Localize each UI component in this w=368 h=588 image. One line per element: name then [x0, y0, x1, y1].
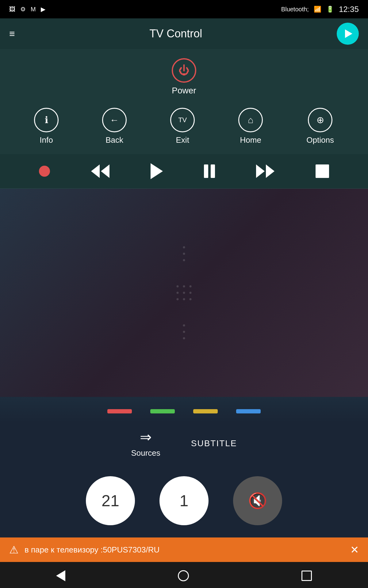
exit-button[interactable]: TV Exit — [170, 108, 195, 145]
number-21-button[interactable]: 21 — [86, 476, 135, 525]
play-media-button[interactable] — [151, 163, 163, 179]
status-left-icons: 🖼 ⚙ M ▶ — [9, 6, 276, 13]
color-buttons — [0, 397, 368, 423]
info-icon-circle: ℹ — [34, 108, 59, 132]
options-button[interactable]: ⊕ Options — [306, 108, 334, 145]
fast-forward-icon-2 — [266, 164, 274, 178]
yellow-button[interactable] — [193, 409, 218, 413]
media-controls — [0, 154, 368, 189]
number-row: 21 1 🔇 — [0, 467, 368, 537]
power-icon: ⏻ — [178, 65, 190, 76]
sources-label: Sources — [131, 448, 160, 458]
wifi-icon: 📶 — [314, 6, 321, 13]
back-button[interactable]: ← Back — [102, 108, 127, 145]
info-icon: ℹ — [45, 115, 48, 125]
app-title: TV Control — [15, 27, 337, 40]
fast-forward-icon-1 — [256, 164, 265, 178]
exit-label: Exit — [176, 135, 189, 145]
options-icon-circle: ⊕ — [308, 108, 332, 132]
back-icon-circle: ← — [102, 108, 127, 132]
number-1-label: 1 — [180, 492, 189, 510]
play-media-icon — [151, 163, 163, 179]
status-bar: 🖼 ⚙ M ▶ Bluetooth; 📶 🔋 12:35 — [0, 0, 368, 18]
record-icon — [39, 166, 50, 177]
warning-text: в паре к телевизору :50PUS7303/RU — [25, 545, 344, 555]
sources-button[interactable]: ⇒ Sources — [131, 429, 160, 458]
exit-icon-circle: TV — [170, 108, 195, 132]
back-label: Back — [105, 135, 123, 145]
play-button[interactable] — [337, 23, 359, 45]
home-icon-circle: ⌂ — [238, 108, 263, 132]
power-button[interactable]: ⏻ — [172, 58, 196, 83]
control-row: ℹ Info ← Back TV Exit ⌂ Home ⊕ Options — [0, 102, 368, 154]
warning-close-button[interactable]: ✕ — [350, 544, 359, 556]
play-store-icon: ▶ — [41, 6, 45, 13]
back-icon: ← — [110, 115, 119, 125]
options-icon: ⊕ — [316, 115, 324, 125]
green-button[interactable] — [150, 409, 175, 413]
bottom-navigation — [0, 562, 368, 588]
stop-icon — [316, 164, 329, 178]
record-button[interactable] — [39, 166, 50, 177]
mute-icon: 🔇 — [248, 492, 267, 510]
exit-icon: TV — [178, 117, 187, 123]
fast-forward-button[interactable] — [256, 164, 274, 178]
stop-button[interactable] — [316, 164, 329, 178]
status-right-icons: Bluetooth; 📶 🔋 12:35 — [281, 5, 359, 14]
back-nav-icon — [56, 570, 65, 581]
back-nav-button[interactable] — [56, 570, 65, 581]
power-label: Power — [172, 86, 196, 96]
red-button[interactable] — [107, 409, 132, 413]
options-label: Options — [306, 135, 334, 145]
number-21-label: 21 — [102, 492, 119, 510]
battery-icon: 🔋 — [326, 6, 334, 13]
pause-button[interactable] — [204, 164, 215, 178]
home-button[interactable]: ⌂ Home — [238, 108, 263, 145]
bluetooth-icon: Bluetooth; — [281, 6, 309, 13]
gmail-icon: M — [31, 6, 36, 13]
settings-icon: ⚙ — [20, 6, 26, 13]
rewind-icon-1 — [91, 164, 100, 178]
number-1-button[interactable]: 1 — [159, 476, 209, 525]
mute-button[interactable]: 🔇 — [233, 476, 282, 525]
warning-banner: ⚠ в паре к телевизору :50PUS7303/RU ✕ — [0, 537, 368, 562]
home-nav-icon — [178, 570, 189, 581]
menu-icon[interactable]: ≡ — [9, 28, 15, 40]
sources-subtitle-row: ⇒ Sources SUBTITLE — [0, 423, 368, 467]
recents-nav-icon — [301, 571, 312, 581]
home-icon: ⌂ — [248, 115, 253, 125]
home-label: Home — [240, 135, 261, 145]
rewind-button[interactable] — [91, 164, 109, 178]
warning-icon: ⚠ — [9, 544, 18, 556]
subtitle-button[interactable]: SUBTITLE — [191, 439, 237, 448]
dpad-area[interactable] — [0, 189, 368, 397]
pause-icon — [204, 164, 215, 178]
blue-button[interactable] — [236, 409, 261, 413]
top-bar: ≡ TV Control — [0, 18, 368, 49]
rewind-icon-2 — [101, 164, 109, 178]
subtitle-label: SUBTITLE — [191, 439, 237, 448]
sources-icon: ⇒ — [140, 429, 152, 445]
status-time: 12:35 — [339, 5, 359, 14]
info-label: Info — [40, 135, 53, 145]
play-triangle-icon — [345, 29, 352, 38]
photo-icon: 🖼 — [9, 6, 15, 13]
recents-nav-button[interactable] — [301, 571, 312, 581]
info-button[interactable]: ℹ Info — [34, 108, 59, 145]
home-nav-button[interactable] — [178, 570, 189, 581]
dpad-visual — [126, 235, 242, 351]
power-section: ⏻ Power — [0, 49, 368, 102]
